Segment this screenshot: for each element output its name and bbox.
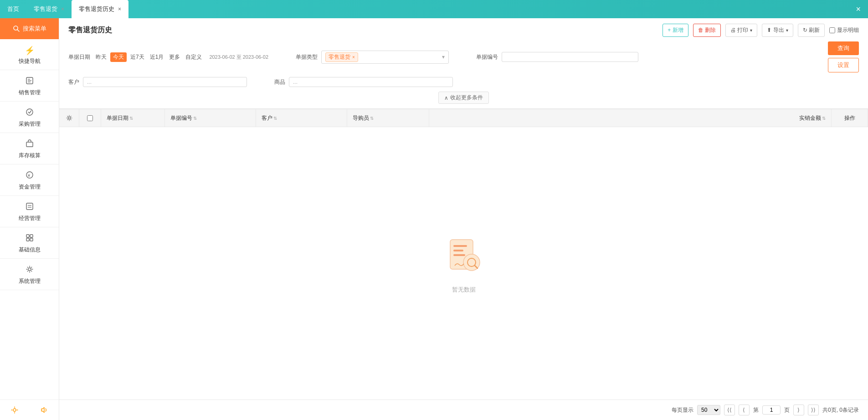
next-page-btn[interactable]: ⟩ (793, 405, 804, 415)
collapse-row: ∧ 收起更多条件 (68, 92, 859, 104)
sidebar-item-system[interactable]: 系统管理 (0, 259, 59, 290)
page-title-row: 零售退货历史 + 新增 🗑 删除 🖨 打印 ▾ ⬆ 导出 ▾ ↻ 刷新 (68, 24, 859, 37)
page-number-input[interactable] (762, 405, 781, 415)
svg-rect-14 (30, 235, 33, 237)
refresh-button[interactable]: ↻ 刷新 (798, 24, 825, 37)
quick-nav-icon: ⚡ (25, 46, 35, 56)
sidebar-item-inventory[interactable]: 库存核算 (0, 133, 59, 164)
sidebar-bottom (0, 400, 59, 420)
bill-type-tags: 零售退货 × (325, 52, 358, 62)
th-amount[interactable]: 实销金额 ⇅ (429, 109, 832, 127)
search-icon (13, 25, 20, 32)
th-customer[interactable]: 客户 ⇅ (256, 109, 347, 127)
date-opt-more[interactable]: 更多 (167, 52, 182, 62)
sidebar-item-finance[interactable]: ¥ 资金管理 (0, 164, 59, 196)
th-settings[interactable] (59, 109, 79, 127)
close-tab-retail-return-history[interactable]: × (118, 6, 121, 12)
system-icon (26, 265, 34, 276)
collapse-filter-button[interactable]: ∧ 收起更多条件 (438, 92, 489, 104)
last-page-btn[interactable]: ⟩⟩ (808, 405, 819, 415)
sort-icon-no: ⇅ (193, 116, 197, 121)
goods-select[interactable]: ... (289, 77, 453, 87)
date-range-value: 2023-06-02 至 2023-06-02 (209, 54, 268, 61)
svg-rect-7 (26, 142, 33, 147)
sidebar-item-sales[interactable]: 销售管理 (0, 70, 59, 102)
print-button[interactable]: 🖨 打印 ▾ (725, 24, 757, 37)
filter-bill-no: 单据编号 (476, 52, 638, 62)
page-actions: + 新增 🗑 删除 🖨 打印 ▾ ⬆ 导出 ▾ ↻ 刷新 显示明细 (663, 24, 859, 37)
date-opt-yesterday[interactable]: 昨天 (94, 52, 108, 62)
export-button[interactable]: ⬆ 导出 ▾ (762, 24, 793, 37)
sort-icon-date: ⇅ (129, 116, 133, 121)
chevron-down-icon: ▾ (442, 54, 445, 60)
query-set-buttons: 查询 设置 (828, 41, 859, 72)
sidebar-item-purchase[interactable]: 采购管理 (0, 102, 59, 133)
table-header: 单据日期 ⇅ 单据编号 ⇅ 客户 ⇅ 导购员 ⇅ 实销金额 ⇅ (59, 109, 868, 127)
close-tab-retail-return[interactable]: × (61, 6, 64, 12)
filter-customer: 客户 ... (68, 77, 247, 87)
select-all-checkbox[interactable] (87, 115, 93, 121)
th-checkbox[interactable] (79, 109, 101, 127)
table-section: 单据日期 ⇅ 单据编号 ⇅ 客户 ⇅ 导购员 ⇅ 实销金额 ⇅ (59, 109, 868, 420)
date-opt-today[interactable]: 今天 (110, 52, 127, 62)
sort-icon-customer: ⇅ (273, 116, 277, 121)
th-date[interactable]: 单据日期 ⇅ (101, 109, 165, 127)
filter-goods: 商品 ... (274, 77, 453, 87)
page-header: 零售退货历史 + 新增 🗑 删除 🖨 打印 ▾ ⬆ 导出 ▾ ↻ 刷新 (59, 18, 868, 109)
delete-button[interactable]: 🗑 删除 (693, 24, 721, 37)
sales-icon (26, 77, 34, 87)
empty-icon (441, 233, 487, 278)
sidebar-item-operations[interactable]: 经营管理 (0, 196, 59, 227)
bill-type-select[interactable]: 零售退货 × ▾ (321, 51, 449, 64)
query-button[interactable]: 查询 (828, 41, 859, 55)
tab-home[interactable]: 首页 (0, 0, 26, 18)
filter-date: 单据日期 昨天 今天 近7天 近1月 更多 自定义 2023-06-02 至 2… (68, 52, 268, 62)
date-opt-custom[interactable]: 自定义 (184, 52, 204, 62)
date-opt-7days[interactable]: 近7天 (128, 52, 146, 62)
svg-rect-16 (30, 238, 33, 241)
customer-select[interactable]: ... (83, 77, 247, 87)
tab-retail-return-history[interactable]: 零售退货历史 × (72, 0, 128, 18)
volume-bottom-btn[interactable] (30, 400, 59, 420)
top-bar: 首页 零售退货 × 零售退货历史 × × (0, 0, 868, 18)
empty-text: 暂无数据 (452, 286, 476, 294)
sidebar: 搜索菜单 ⚡ 快捷导航 销售管理 采购管理 库存核算 ¥ (0, 18, 59, 420)
prev-page-btn[interactable]: ⟨ (739, 405, 750, 415)
set-button[interactable]: 设置 (828, 58, 859, 72)
bill-type-tag: 零售退货 × (325, 52, 358, 62)
pagination-bar: 每页显示 50 20 100 200 ⟨⟨ ⟨ 第 页 ⟩ ⟩⟩ 共0页, 0条… (59, 400, 868, 420)
settings-bottom-btn[interactable] (0, 400, 30, 420)
th-op: 操作 (832, 109, 868, 127)
svg-point-17 (28, 268, 31, 271)
sidebar-item-basic-info[interactable]: 基础信息 (0, 227, 59, 259)
th-no[interactable]: 单据编号 ⇅ (165, 109, 256, 127)
svg-rect-10 (26, 203, 33, 210)
purchase-icon (26, 108, 34, 118)
bill-type-tag-close[interactable]: × (352, 55, 355, 60)
svg-point-6 (26, 109, 33, 115)
th-guide[interactable]: 导购员 ⇅ (347, 109, 429, 127)
inventory-icon (26, 139, 34, 150)
svg-point-19 (68, 117, 70, 119)
page-size-select[interactable]: 50 20 100 200 (697, 405, 720, 415)
finance-icon: ¥ (26, 171, 34, 181)
sidebar-item-quick-nav[interactable]: ⚡ 快捷导航 (0, 39, 59, 70)
first-page-btn[interactable]: ⟨⟨ (724, 405, 735, 415)
window-close-button[interactable]: × (856, 5, 868, 14)
chevron-up-icon: ∧ (444, 95, 448, 101)
operations-icon (26, 202, 34, 213)
chevron-down-icon: ▾ (750, 28, 752, 33)
filter-bill-type: 单据类型 零售退货 × ▾ (296, 51, 449, 64)
svg-text:¥: ¥ (27, 173, 31, 178)
content-area: 零售退货历史 + 新增 🗑 删除 🖨 打印 ▾ ⬆ 导出 ▾ ↻ 刷新 (59, 18, 868, 420)
date-opt-1month[interactable]: 近1月 (148, 52, 166, 62)
sort-icon-amount: ⇅ (822, 116, 826, 121)
show-detail-checkbox-input[interactable] (829, 27, 835, 33)
empty-state: 暂无数据 (59, 127, 868, 400)
tab-retail-return[interactable]: 零售退货 × (26, 0, 72, 18)
total-records: 共0页, 0条记录 (822, 406, 859, 414)
show-detail-toggle[interactable]: 显示明细 (829, 26, 859, 34)
bill-no-input[interactable] (502, 52, 638, 62)
new-button[interactable]: + 新增 (663, 24, 688, 37)
sidebar-search[interactable]: 搜索菜单 (0, 18, 59, 39)
